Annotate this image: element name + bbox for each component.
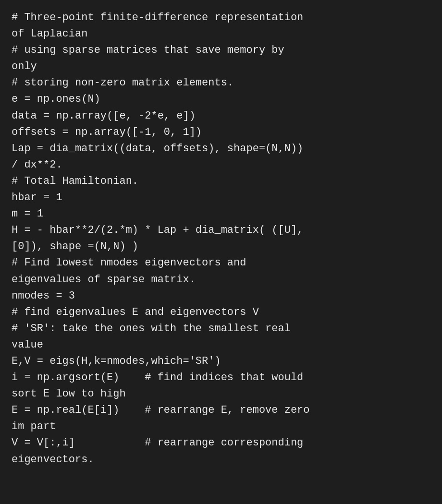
code-line: offsets = np.array([-1, 0, 1]): [12, 124, 430, 141]
code-line: of Laplacian: [12, 26, 430, 42]
code-line: i = np.argsort(E) # find indices that wo…: [12, 370, 430, 386]
code-line: sort E low to high: [12, 386, 430, 402]
code-line: im part: [12, 419, 430, 435]
code-line: # storing non-zero matrix elements.: [12, 75, 430, 91]
code-line: data = np.array([e, -2*e, e]): [12, 108, 430, 124]
code-line: V = V[:,i] # rearrange corresponding: [12, 435, 430, 451]
code-block: # Three-point finite-difference represen…: [0, 0, 442, 504]
code-line: # 'SR': take the ones with the smallest …: [12, 321, 430, 337]
code-line: / dx**2.: [12, 157, 430, 173]
code-line: hbar = 1: [12, 190, 430, 206]
code-line: [0]), shape =(N,N) ): [12, 239, 430, 255]
code-line: # Find lowest nmodes eigenvectors and: [12, 255, 430, 271]
code-line: E = np.real(E[i]) # rearrange E, remove …: [12, 402, 430, 419]
code-line: # using sparse matrices that save memory…: [12, 42, 430, 59]
code-line: # Three-point finite-difference represen…: [12, 10, 430, 26]
code-line: Lap = dia_matrix((data, offsets), shape=…: [12, 141, 430, 157]
code-line: # find eigenvalues E and eigenvectors V: [12, 304, 430, 321]
code-line: only: [12, 59, 430, 75]
code-line: m = 1: [12, 206, 430, 222]
code-line: E,V = eigs(H,k=nmodes,which='SR'): [12, 353, 430, 370]
code-line: nmodes = 3: [12, 288, 430, 304]
code-line: eigenvectors.: [12, 452, 430, 468]
code-line: H = - hbar**2/(2.*m) * Lap + dia_matrix(…: [12, 222, 430, 239]
code-line: # Total Hamiltonian.: [12, 173, 430, 190]
code-line: value: [12, 337, 430, 353]
code-line: e = np.ones(N): [12, 91, 430, 108]
code-line: eigenvalues of sparse matrix.: [12, 272, 430, 288]
